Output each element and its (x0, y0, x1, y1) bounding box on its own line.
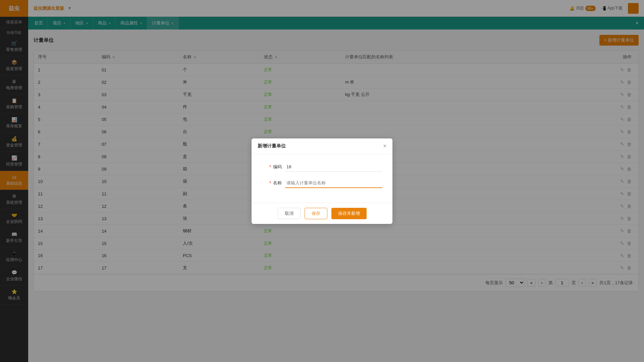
modal-overlay: 新增计量单位 × * 编码 * 名称 取消 保存 保存并新增 (0, 0, 644, 362)
modal-header: 新增计量单位 × (252, 138, 392, 154)
save-and-new-button[interactable]: 保存并新增 (331, 208, 367, 219)
code-label: * 编码 (262, 164, 285, 170)
required-marker: * (269, 164, 271, 169)
unit-name-input[interactable] (285, 178, 382, 188)
required-marker-2: * (269, 180, 271, 185)
cancel-button[interactable]: 取消 (278, 208, 301, 219)
modal-body: * 编码 * 名称 (252, 154, 392, 203)
code-field-row: * 编码 (262, 162, 382, 172)
add-unit-modal: 新增计量单位 × * 编码 * 名称 取消 保存 保存并新增 (252, 138, 392, 224)
modal-close-button[interactable]: × (383, 143, 386, 149)
modal-title: 新增计量单位 (258, 143, 286, 149)
modal-footer: 取消 保存 保存并新增 (252, 203, 392, 224)
name-label: * 名称 (262, 180, 285, 186)
code-input[interactable] (285, 162, 382, 172)
save-button[interactable]: 保存 (305, 208, 327, 219)
name-field-row: * 名称 (262, 178, 382, 188)
